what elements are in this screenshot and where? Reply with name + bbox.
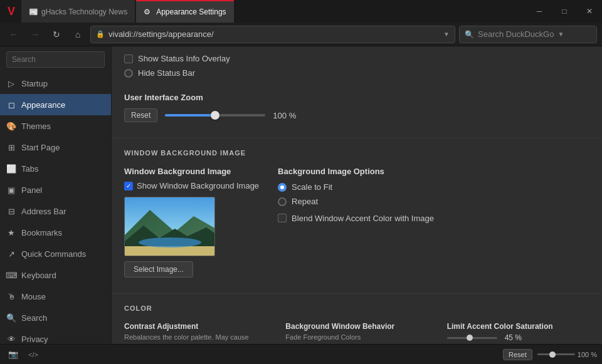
sidebar-item-bookmarks[interactable]: ★ Bookmarks bbox=[0, 222, 111, 243]
sidebar-label-mouse: Mouse bbox=[21, 292, 46, 301]
search-bar[interactable]: 🔍 Search DuckDuckGo ▼ bbox=[459, 26, 597, 43]
window-background-image-section: Window Background Image ✓ Show Window Ba… bbox=[112, 164, 602, 290]
address-input-wrap[interactable]: 🔒 vivaldi://settings/appearance/ ▼ bbox=[90, 26, 455, 43]
forward-button[interactable]: → bbox=[26, 26, 44, 43]
bottom-zoom: 100 % bbox=[537, 351, 597, 358]
zoom-slider[interactable] bbox=[165, 109, 265, 122]
limit-accent-col: Limit Accent Color Saturation 45 % bbox=[447, 322, 589, 342]
tab-appearance-favicon: ⚙ bbox=[144, 8, 152, 16]
zoom-section: User Interface Zoom Reset 100 % bbox=[112, 86, 602, 135]
sidebar-label-address-bar: Address Bar bbox=[21, 207, 66, 216]
color-grid: Contrast Adjustment Rebalances the color… bbox=[124, 322, 589, 342]
sidebar-item-mouse[interactable]: 🖱 Mouse bbox=[0, 286, 111, 307]
color-section-header: COLOR bbox=[112, 293, 602, 319]
hide-status-bar-radio[interactable] bbox=[124, 69, 133, 78]
mouse-icon: 🖱 bbox=[6, 291, 16, 301]
sidebar-items: ▷ Startup ◻ Appearance 🎨 Themes ⊞ Start … bbox=[0, 73, 111, 351]
sidebar-search-input[interactable] bbox=[6, 51, 105, 68]
zoom-slider-fill bbox=[165, 114, 215, 117]
window-controls: ─ □ ✕ bbox=[527, 0, 602, 23]
hide-status-bar-row: Hide Status Bar bbox=[124, 66, 589, 80]
window-bg-section-header: WINDOW BACKGROUND IMAGE bbox=[112, 138, 602, 164]
tab-ghacks[interactable]: 📰 gHacks Technology News bbox=[21, 0, 135, 23]
startup-icon: ▷ bbox=[6, 78, 16, 88]
show-status-overlay-checkbox[interactable] bbox=[124, 55, 133, 63]
maximize-button[interactable]: □ bbox=[552, 0, 577, 23]
bookmarks-icon: ★ bbox=[6, 227, 16, 237]
show-status-overlay-label: Show Status Info Overlay bbox=[138, 54, 230, 63]
tab-appearance[interactable]: ⚙ Appearance Settings bbox=[136, 0, 233, 23]
limit-accent-thumb[interactable] bbox=[467, 335, 473, 341]
limit-accent-title: Limit Accent Color Saturation bbox=[447, 322, 589, 331]
back-button[interactable]: ← bbox=[5, 26, 23, 43]
sidebar-item-panel[interactable]: ▣ Panel bbox=[0, 179, 111, 200]
scale-to-fit-radio[interactable] bbox=[278, 183, 287, 192]
contrast-col: Contrast Adjustment Rebalances the color… bbox=[124, 322, 267, 342]
wbi-preview-image bbox=[124, 197, 215, 256]
code-icon[interactable]: </> bbox=[25, 346, 41, 363]
appearance-icon: ◻ bbox=[6, 100, 16, 110]
zoom-title: User Interface Zoom bbox=[124, 93, 589, 102]
sidebar-item-themes[interactable]: 🎨 Themes bbox=[0, 115, 111, 137]
sidebar-label-themes: Themes bbox=[21, 122, 51, 131]
status-section: Show Status Info Overlay Hide Status Bar bbox=[112, 46, 602, 86]
blend-label: Blend Window Accent Color with Image bbox=[292, 214, 434, 223]
search-dropdown-icon[interactable]: ▼ bbox=[557, 31, 564, 38]
sidebar-label-panel: Panel bbox=[21, 185, 42, 195]
sidebar: ▷ Startup ◻ Appearance 🎨 Themes ⊞ Start … bbox=[0, 46, 112, 364]
sidebar-item-address-bar[interactable]: ⊟ Address Bar bbox=[0, 200, 111, 222]
wbi-right: Background Image Options Scale to Fit Re… bbox=[278, 167, 589, 278]
show-wbi-row: ✓ Show Window Background Image bbox=[124, 181, 259, 190]
sidebar-item-appearance[interactable]: ◻ Appearance bbox=[0, 94, 111, 115]
zoom-slider-thumb[interactable] bbox=[211, 111, 219, 120]
close-button[interactable]: ✕ bbox=[577, 0, 602, 23]
sidebar-item-keyboard[interactable]: ⌨ Keyboard bbox=[0, 264, 111, 286]
bg-window-title: Background Window Behavior bbox=[285, 322, 428, 331]
bg-options-title: Background Image Options bbox=[278, 167, 589, 176]
search-placeholder: Search DuckDuckGo bbox=[478, 29, 554, 39]
show-wbi-checkbox[interactable]: ✓ bbox=[124, 182, 133, 190]
limit-accent-row: 45 % bbox=[447, 333, 589, 342]
window-bg-section-title: WINDOW BACKGROUND IMAGE bbox=[124, 149, 246, 157]
tabs-icon: ⬜ bbox=[6, 164, 16, 174]
address-bar: ← → ↻ ⌂ 🔒 vivaldi://settings/appearance/… bbox=[0, 23, 602, 46]
zoom-reset-button[interactable]: Reset bbox=[124, 108, 157, 122]
bottom-zoom-thumb[interactable] bbox=[549, 351, 556, 358]
wbi-left: Window Background Image ✓ Show Window Ba… bbox=[124, 167, 259, 278]
sidebar-item-startup[interactable]: ▷ Startup bbox=[0, 73, 111, 94]
address-dropdown-icon[interactable]: ▼ bbox=[443, 31, 450, 38]
sidebar-label-tabs: Tabs bbox=[21, 164, 38, 174]
camera-icon[interactable]: 📷 bbox=[5, 346, 21, 363]
search-icon: 🔍 bbox=[465, 30, 474, 39]
reload-button[interactable]: ↻ bbox=[48, 26, 65, 43]
sidebar-item-start-page[interactable]: ⊞ Start Page bbox=[0, 137, 111, 158]
bottom-zoom-track bbox=[537, 353, 575, 355]
sidebar-label-startup: Startup bbox=[21, 79, 48, 88]
bottom-reset-button[interactable]: Reset bbox=[503, 349, 532, 360]
sidebar-item-search[interactable]: 🔍 Search bbox=[0, 307, 111, 328]
repeat-radio[interactable] bbox=[278, 197, 287, 206]
sidebar-item-tabs[interactable]: ⬜ Tabs bbox=[0, 158, 111, 179]
sidebar-item-quick-commands[interactable]: ↗ Quick Commands bbox=[0, 243, 111, 264]
blend-checkbox[interactable] bbox=[278, 214, 287, 222]
sidebar-label-quick-commands: Quick Commands bbox=[21, 249, 86, 259]
lock-icon: 🔒 bbox=[96, 30, 105, 38]
minimize-button[interactable]: ─ bbox=[527, 0, 552, 23]
themes-icon: 🎨 bbox=[6, 121, 16, 131]
vivaldi-logo: V bbox=[3, 3, 20, 20]
select-image-button[interactable]: Select Image... bbox=[124, 261, 193, 278]
zoom-row: Reset 100 % bbox=[124, 108, 589, 122]
limit-accent-slider[interactable] bbox=[447, 334, 497, 341]
home-button[interactable]: ⌂ bbox=[69, 26, 87, 43]
bg-window-col: Background Window Behavior Fade Foregrou… bbox=[285, 322, 428, 342]
sidebar-label-appearance: Appearance bbox=[21, 100, 65, 110]
address-bar-icon: ⊟ bbox=[6, 206, 16, 216]
address-text: vivaldi://settings/appearance/ bbox=[108, 29, 440, 39]
search-nav-icon: 🔍 bbox=[6, 313, 16, 323]
color-section-title: COLOR bbox=[124, 304, 152, 312]
panel-icon: ▣ bbox=[6, 185, 16, 195]
zoom-value: 100 % bbox=[273, 111, 301, 120]
bottom-zoom-slider[interactable] bbox=[537, 351, 575, 358]
limit-accent-value: 45 % bbox=[505, 333, 522, 342]
start-page-icon: ⊞ bbox=[6, 142, 16, 152]
